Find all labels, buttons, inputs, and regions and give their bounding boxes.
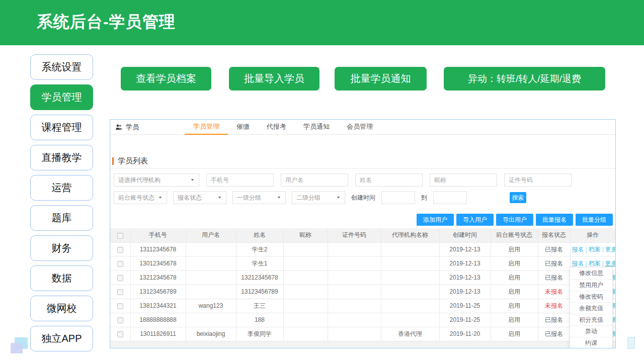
signup-link[interactable]: 报名: [572, 246, 584, 253]
student-change-button[interactable]: 异动：转班/转人/延期/退费: [444, 67, 605, 90]
export-user-button[interactable]: 导出用户: [496, 214, 533, 226]
username-input[interactable]: [281, 173, 348, 187]
sidebar-item-standalone-app[interactable]: 独立APP: [30, 326, 93, 351]
bulk-actions-row: 添加用户 导入用户 导出用户 批量报名 批量分组: [417, 214, 613, 226]
sidebar-item-system-settings[interactable]: 系统设置: [30, 54, 93, 80]
archive-link[interactable]: 档案: [589, 246, 601, 253]
more-link-open[interactable]: 更多: [605, 260, 615, 267]
table-row: 13123456789 13123456789 2019-12-13 启用 未报…: [110, 285, 615, 299]
tab-proxy-exam[interactable]: 代报考: [258, 120, 295, 135]
name-input[interactable]: [355, 173, 423, 187]
cell-created: 2019-11-20: [439, 327, 491, 341]
breadcrumb-label: 学员: [126, 123, 139, 132]
sidebar-item-question-bank[interactable]: 题库: [30, 205, 93, 231]
cell-agency: [381, 256, 439, 270]
cell-name: 学生1: [236, 256, 283, 270]
cell-name: 13123456789: [236, 285, 283, 299]
cell-nickname: [283, 242, 328, 256]
cell-account-status: 启用: [491, 256, 538, 270]
cell-signup-status: 已报名: [538, 313, 570, 327]
tab-student-notification[interactable]: 学员通知: [295, 120, 338, 135]
batch-import-students-button[interactable]: 批量导入学员: [229, 67, 319, 90]
col-agency: 代理机构名称: [381, 228, 439, 242]
row-checkbox[interactable]: [117, 289, 123, 295]
cell-nickname: [283, 299, 328, 313]
agency-select[interactable]: 请选择代理机构 ▼: [114, 173, 199, 187]
sidebar-item-finance[interactable]: 财务: [30, 235, 93, 261]
cell-account-status: 启用: [491, 270, 538, 285]
import-user-button[interactable]: 导入用户: [456, 214, 494, 226]
cell-signup-status: 未报名: [538, 285, 570, 299]
idno-input[interactable]: [504, 173, 572, 187]
chevron-down-icon: ▼: [158, 196, 163, 200]
cell-name: 李俊同学: [236, 327, 283, 341]
col-name: 姓名: [236, 228, 283, 242]
cell-phone: 13011826911: [130, 327, 186, 341]
sidebar-item-live-teaching[interactable]: 直播教学: [30, 145, 93, 170]
row-checkbox[interactable]: [117, 303, 123, 309]
signup-status-select[interactable]: 报名状态 ▼: [173, 191, 226, 204]
row-checkbox[interactable]: [117, 261, 123, 267]
menu-item-change-password[interactable]: 修改密码: [570, 291, 612, 302]
sidebar-item-data[interactable]: 数据: [30, 265, 93, 291]
row-checkbox[interactable]: [117, 317, 123, 323]
create-time-start-input[interactable]: [381, 191, 415, 204]
row-checkbox[interactable]: [117, 275, 123, 281]
create-time-end-input[interactable]: [433, 191, 467, 204]
signup-link[interactable]: 报名: [572, 260, 584, 267]
menu-item-edit-info[interactable]: 修改信息: [570, 267, 612, 279]
menu-item-book-lesson[interactable]: 约课: [570, 337, 612, 348]
cell-actions: 报名|档案|更多: [570, 242, 615, 256]
cell-phone: 13812344321: [130, 299, 186, 313]
tab-payment-reminder[interactable]: 催缴: [228, 120, 258, 135]
decorative-square-lavender: [11, 343, 23, 353]
table-row: 13212345678 13212345678 2019-12-13 启用 已报…: [110, 270, 615, 285]
menu-item-balance-recharge[interactable]: 余额充值: [570, 302, 612, 314]
cell-account-status: 启用: [491, 313, 538, 327]
search-button[interactable]: 搜索: [510, 192, 526, 203]
nickname-input[interactable]: [430, 173, 497, 187]
chevron-down-icon: ▼: [190, 178, 195, 182]
add-user-button[interactable]: 添加用户: [417, 214, 454, 226]
table-row: 18888888888 188 2019-11-25 启用 已报名 报名|档案|…: [110, 313, 615, 327]
cell-created: 2019-12-13: [439, 256, 491, 270]
table-row: 13112345678 学生2 2019-12-13 启用 已报名 报名|档案|…: [110, 242, 615, 256]
cell-phone: 13123456789: [130, 285, 186, 299]
row-checkbox[interactable]: [117, 331, 123, 337]
sidebar-item-micro-school[interactable]: 微网校: [30, 296, 93, 321]
cell-created: 2019-11-25: [439, 313, 491, 327]
row-checkbox[interactable]: [117, 247, 123, 253]
group-level1-select[interactable]: 一级分组 ▼: [232, 191, 286, 204]
archive-link[interactable]: 档案: [589, 260, 601, 267]
chevron-down-icon: ▼: [277, 196, 281, 200]
cell-signup-status: 已报名: [538, 270, 570, 285]
cell-agency: 香港代理: [381, 327, 439, 341]
sidebar-item-course-management[interactable]: 课程管理: [30, 115, 93, 140]
tab-member-management[interactable]: 会员管理: [338, 120, 381, 135]
table-row: 13011826911 beixiaojing 李俊同学 香港代理 2019-1…: [110, 327, 615, 341]
batch-group-button[interactable]: 批量分组: [576, 214, 613, 226]
select-all-checkbox[interactable]: [117, 233, 123, 239]
batch-signup-button[interactable]: 批量报名: [536, 214, 573, 226]
cell-account-status: 启用: [491, 299, 538, 313]
menu-item-points-recharge[interactable]: 积分充值: [570, 314, 612, 325]
cell-name: 188: [236, 313, 283, 327]
group-level2-select[interactable]: 二级分组 ▼: [292, 191, 345, 204]
cell-agency: [381, 242, 439, 256]
cell-username: [186, 285, 236, 299]
batch-student-notify-button[interactable]: 批量学员通知: [335, 67, 427, 90]
more-link[interactable]: 更多: [605, 246, 615, 253]
cell-phone: 13012345678: [130, 256, 186, 270]
phone-input[interactable]: [206, 173, 274, 187]
sidebar-item-operations[interactable]: 运营: [30, 175, 93, 201]
account-status-select[interactable]: 前台账号状态 ▼: [114, 191, 167, 204]
menu-item-change[interactable]: 异动: [570, 325, 612, 337]
group-level1-value: 一级分组: [237, 194, 261, 202]
cell-username: [186, 313, 236, 327]
col-nickname: 昵称: [283, 228, 328, 242]
menu-item-disable-user[interactable]: 禁用用户: [570, 279, 612, 291]
view-student-archive-button[interactable]: 查看学员档案: [121, 67, 211, 90]
group-level2-value: 二级分组: [296, 194, 320, 202]
sidebar-item-student-management[interactable]: 学员管理: [30, 84, 93, 110]
tab-student-management[interactable]: 学员管理: [185, 120, 228, 135]
